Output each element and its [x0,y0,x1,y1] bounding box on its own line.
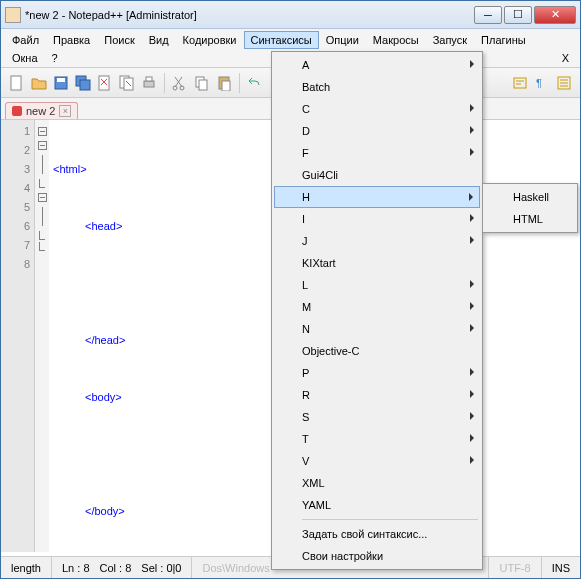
syntax-item-xml[interactable]: XML [274,472,480,494]
fold-column [35,120,49,552]
syntax-own-settings[interactable]: Свои настройки [274,545,480,567]
submenu-arrow-icon [470,60,474,68]
submenu-arrow-icon [470,324,474,332]
submenu-arrow-icon [470,412,474,420]
syntax-item-c[interactable]: C [274,98,480,120]
submenu-arrow-icon [470,104,474,112]
tab-label: new 2 [26,105,55,117]
save-all-button[interactable] [73,73,93,93]
close-all-button[interactable] [117,73,137,93]
syntax-item-t[interactable]: T [274,428,480,450]
svg-rect-0 [11,76,21,90]
syntax-item-haskell[interactable]: Haskell [485,186,575,208]
menu-options[interactable]: Опции [319,31,366,49]
line-gutter: 1 2 3 4 5 6 7 8 [1,120,35,552]
submenu-arrow-icon [470,456,474,464]
syntax-submenu-h: Haskell HTML [482,183,578,233]
save-button[interactable] [51,73,71,93]
tab-new-2[interactable]: new 2 × [5,102,78,119]
submenu-arrow-icon [470,126,474,134]
syntax-item-batch[interactable]: Batch [274,76,480,98]
fold-toggle[interactable] [38,193,47,202]
syntax-item-i[interactable]: I [274,208,480,230]
syntax-item-h[interactable]: H [274,186,480,208]
menu-run[interactable]: Запуск [426,31,474,49]
wordwrap-button[interactable] [510,73,530,93]
fold-toggle[interactable] [38,141,47,150]
menu-macros[interactable]: Макросы [366,31,426,49]
syntax-item-r[interactable]: R [274,384,480,406]
fold-toggle[interactable] [38,127,47,136]
code-line: <head> [85,220,122,232]
line-number: 2 [1,141,30,160]
tab-close-button[interactable]: × [59,105,71,117]
menu-windows[interactable]: Окна [5,49,45,67]
svg-rect-21 [514,78,526,88]
indent-guide-button[interactable] [554,73,574,93]
menu-plugins[interactable]: Плагины [474,31,533,49]
menu-file[interactable]: Файл [5,31,46,49]
cut-button[interactable] [170,73,190,93]
menu-encoding[interactable]: Кодировки [176,31,244,49]
maximize-button[interactable]: ☐ [504,6,532,24]
undo-button[interactable] [245,73,265,93]
syntax-item-m[interactable]: M [274,296,480,318]
svg-rect-12 [146,77,152,81]
window-title: *new 2 - Notepad++ [Administrator] [25,9,474,21]
syntax-dropdown: ABatchCDFGui4CliHIJKIXtartLMNObjective-C… [271,51,483,570]
syntax-item-s[interactable]: S [274,406,480,428]
open-file-button[interactable] [29,73,49,93]
submenu-arrow-icon [470,368,474,376]
submenu-arrow-icon [470,236,474,244]
show-all-chars-button[interactable]: ¶ [532,73,552,93]
minimize-button[interactable]: ─ [474,6,502,24]
close-button[interactable]: ✕ [534,6,576,24]
code-line: </head> [85,334,125,346]
menu-x-close[interactable]: X [555,49,576,67]
syntax-item-p[interactable]: P [274,362,480,384]
syntax-item-yaml[interactable]: YAML [274,494,480,516]
close-file-button[interactable] [95,73,115,93]
submenu-arrow-icon [470,434,474,442]
status-sel: Sel : 0|0 [141,562,181,574]
paste-button[interactable] [214,73,234,93]
status-col: Col : 8 [100,562,132,574]
line-number: 3 [1,160,30,179]
new-file-button[interactable] [7,73,27,93]
code-line: <body> [85,391,122,403]
syntax-define-own[interactable]: Задать свой синтаксис... [274,523,480,545]
code-line: <html> [53,163,87,175]
svg-text:¶: ¶ [536,77,542,89]
status-length: length [1,557,52,578]
syntax-item-n[interactable]: N [274,318,480,340]
menu-search[interactable]: Поиск [97,31,141,49]
print-button[interactable] [139,73,159,93]
syntax-item-a[interactable]: A [274,54,480,76]
titlebar: *new 2 - Notepad++ [Administrator] ─ ☐ ✕ [1,1,580,29]
menu-syntax[interactable]: Синтаксисы [244,31,319,49]
syntax-item-j[interactable]: J [274,230,480,252]
submenu-arrow-icon [470,390,474,398]
copy-button[interactable] [192,73,212,93]
syntax-item-f[interactable]: F [274,142,480,164]
menu-edit[interactable]: Правка [46,31,97,49]
syntax-item-v[interactable]: V [274,450,480,472]
svg-rect-2 [57,78,65,82]
code-line: </body> [85,505,125,517]
syntax-item-kixtart[interactable]: KIXtart [274,252,480,274]
svg-rect-11 [144,81,154,87]
syntax-item-l[interactable]: L [274,274,480,296]
syntax-item-objective-c[interactable]: Objective-C [274,340,480,362]
status-encoding: UTF-8 [489,557,541,578]
line-number: 8 [1,255,30,274]
menu-view[interactable]: Вид [142,31,176,49]
line-number: 6 [1,217,30,236]
syntax-item-gui4cli[interactable]: Gui4Cli [274,164,480,186]
syntax-item-d[interactable]: D [274,120,480,142]
svg-rect-20 [222,81,230,91]
menu-help[interactable]: ? [45,49,65,67]
submenu-arrow-icon [470,302,474,310]
submenu-arrow-icon [470,148,474,156]
syntax-item-html[interactable]: HTML [485,208,575,230]
submenu-arrow-icon [470,280,474,288]
